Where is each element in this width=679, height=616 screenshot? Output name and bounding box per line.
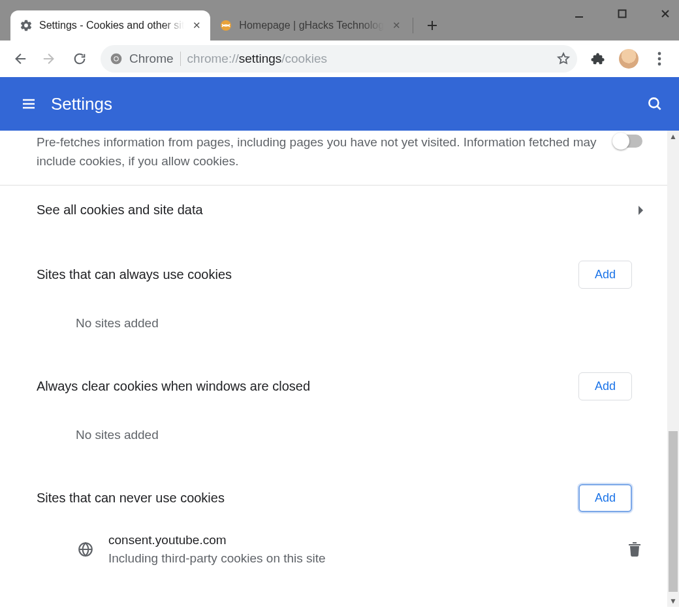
origin-label: Chrome: [129, 52, 174, 66]
allow-empty-state: No sites added: [0, 294, 667, 346]
svg-point-6: [658, 57, 661, 61]
settings-content: Pre-fetches information from pages, incl…: [0, 131, 667, 607]
clear-empty-state: No sites added: [0, 406, 667, 458]
svg-point-8: [649, 98, 658, 107]
chrome-logo-icon: [110, 52, 123, 65]
section-block-cookies: Sites that can never use cookies Add: [0, 458, 667, 517]
browser-tabs: Settings - Cookies and other sit ✕ Homep…: [0, 10, 442, 41]
svg-point-4: [114, 57, 118, 60]
gear-icon: [20, 19, 33, 32]
add-clear-button[interactable]: Add: [578, 372, 632, 400]
page-title: Settings: [51, 94, 112, 114]
tab-separator: [413, 18, 413, 33]
close-icon[interactable]: ✕: [390, 20, 402, 31]
blocked-site-row: consent.youtube.com Including third-part…: [0, 517, 667, 576]
svg-point-0: [221, 20, 231, 31]
section-clear-on-close: Always clear cookies when windows are cl…: [0, 346, 667, 406]
see-all-cookies-link[interactable]: See all cookies and site data: [0, 186, 667, 235]
minimize-button[interactable]: [569, 4, 589, 24]
extensions-button[interactable]: [585, 46, 611, 72]
close-window-button[interactable]: [655, 4, 675, 24]
globe-icon: [76, 541, 95, 558]
section-allow-cookies: Sites that can always use cookies Add: [0, 235, 667, 294]
ghacks-icon: [219, 19, 232, 32]
site-detail: Including third-party cookies on this si…: [108, 551, 326, 566]
address-bar[interactable]: Chrome chrome://settings/cookies: [101, 45, 577, 73]
maximize-button[interactable]: [612, 4, 632, 24]
svg-rect-1: [619, 10, 626, 18]
scroll-down-icon[interactable]: ▼: [667, 595, 679, 607]
chevron-right-icon: [637, 205, 645, 216]
window-titlebar: Settings - Cookies and other sit ✕ Homep…: [0, 0, 679, 41]
profile-avatar[interactable]: [619, 49, 639, 69]
section-title: Sites that can always use cookies: [37, 267, 232, 282]
scroll-up-icon[interactable]: ▲: [667, 131, 679, 142]
vertical-scrollbar[interactable]: ▲ ▼: [667, 131, 679, 607]
tab-title: Settings - Cookies and other sit: [39, 20, 184, 31]
add-allow-button[interactable]: Add: [578, 261, 632, 289]
prefetch-description: Pre-fetches information from pages, incl…: [37, 133, 614, 170]
tab-title: Homepage | gHacks Technolog: [239, 20, 384, 31]
svg-point-5: [658, 52, 661, 56]
prefetch-setting-row: Pre-fetches information from pages, incl…: [0, 131, 667, 185]
browser-menu-button[interactable]: [646, 46, 672, 72]
search-icon[interactable]: [646, 95, 663, 112]
see-all-label: See all cookies and site data: [37, 203, 203, 218]
forward-button[interactable]: [37, 46, 63, 72]
delete-site-button[interactable]: [628, 542, 641, 557]
add-block-button[interactable]: Add: [578, 484, 632, 512]
url-text: chrome://settings/cookies: [187, 52, 327, 66]
prefetch-toggle[interactable]: [614, 135, 642, 148]
reload-button[interactable]: [67, 46, 93, 72]
bottom-gutter: [0, 607, 679, 616]
tab-ghacks[interactable]: Homepage | gHacks Technolog ✕: [210, 10, 410, 41]
section-title: Always clear cookies when windows are cl…: [37, 379, 310, 394]
svg-point-7: [658, 63, 661, 66]
site-host: consent.youtube.com: [108, 533, 326, 547]
browser-toolbar: Chrome chrome://settings/cookies: [0, 41, 679, 77]
settings-header: Settings: [0, 77, 679, 131]
window-controls: [569, 4, 675, 24]
scrollbar-thumb[interactable]: [669, 431, 678, 592]
menu-icon[interactable]: [16, 91, 42, 117]
separator: [180, 52, 181, 66]
tab-settings-cookies[interactable]: Settings - Cookies and other sit ✕: [10, 10, 210, 41]
bookmark-star-icon[interactable]: [556, 52, 571, 66]
section-title: Sites that can never use cookies: [37, 491, 225, 506]
close-icon[interactable]: ✕: [191, 20, 202, 31]
new-tab-button[interactable]: [422, 16, 442, 35]
back-button[interactable]: [7, 46, 33, 72]
